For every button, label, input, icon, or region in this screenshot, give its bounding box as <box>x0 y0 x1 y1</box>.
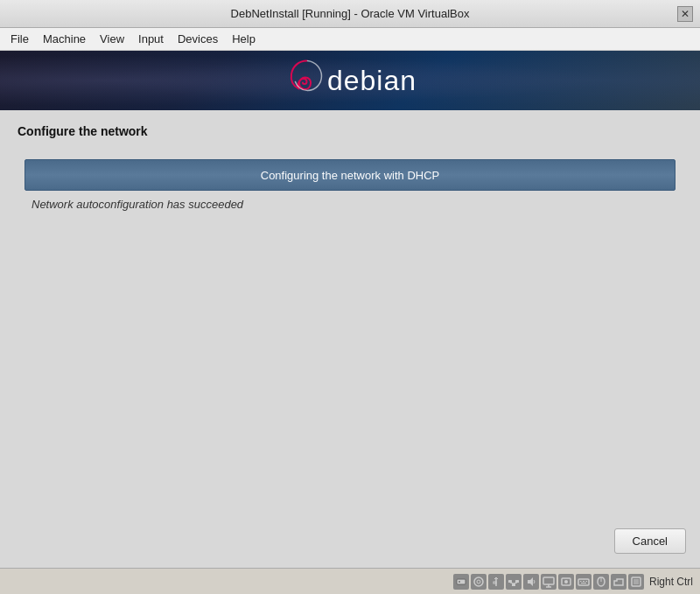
statusbar-icons <box>453 574 644 590</box>
svg-rect-6 <box>508 580 512 583</box>
svg-point-3 <box>477 580 480 584</box>
menubar: File Machine View Input Devices Help <box>0 28 700 51</box>
window-title: DebNetInstall [Running] - Oracle VM Virt… <box>23 7 677 20</box>
menu-input[interactable]: Input <box>131 30 171 48</box>
menu-help[interactable]: Help <box>225 30 262 48</box>
svg-rect-24 <box>634 579 639 584</box>
storage-icon <box>453 574 469 590</box>
debian-logo: debian <box>284 59 416 102</box>
menu-view[interactable]: View <box>93 30 131 48</box>
vm-icon <box>628 574 644 590</box>
svg-point-16 <box>564 580 568 584</box>
progress-container: Configuring the network with DHCP Networ… <box>24 159 676 211</box>
svg-rect-21 <box>581 583 586 584</box>
network-icon <box>506 574 522 590</box>
button-area: Cancel <box>614 528 686 554</box>
cancel-button[interactable]: Cancel <box>614 528 686 554</box>
svg-point-2 <box>474 577 483 586</box>
svg-rect-19 <box>583 581 584 582</box>
virtualbox-window: DebNetInstall [Running] - Oracle VM Virt… <box>0 0 700 594</box>
menu-file[interactable]: File <box>4 30 36 48</box>
keyboard-icon <box>576 574 592 590</box>
statusbar: Right Ctrl <box>0 568 700 594</box>
share-icon <box>611 574 626 590</box>
main-content: Configure the network Configuring the ne… <box>0 110 700 594</box>
menu-machine[interactable]: Machine <box>36 30 93 48</box>
debian-banner: debian <box>0 51 700 110</box>
debian-text: debian <box>327 65 416 97</box>
progress-label: Configuring the network with DHCP <box>261 169 439 182</box>
svg-rect-7 <box>512 584 515 586</box>
close-button[interactable]: ✕ <box>677 6 693 22</box>
status-text: Network autoconfiguration has succeeded <box>32 198 668 211</box>
audio-icon <box>523 574 539 590</box>
svg-rect-1 <box>458 581 460 583</box>
svg-rect-12 <box>543 577 554 584</box>
svg-line-9 <box>510 583 514 584</box>
usb-icon <box>488 574 504 590</box>
svg-rect-20 <box>585 581 587 582</box>
svg-rect-18 <box>580 581 582 582</box>
display-icon <box>541 574 556 590</box>
svg-marker-11 <box>528 577 533 586</box>
right-ctrl-label: Right Ctrl <box>649 576 693 588</box>
debian-swirl-icon <box>284 59 327 102</box>
capture-icon <box>558 574 574 590</box>
svg-rect-17 <box>578 579 589 585</box>
cd-icon <box>471 574 486 590</box>
mouse-icon <box>593 574 609 590</box>
menu-devices[interactable]: Devices <box>171 30 225 48</box>
svg-rect-0 <box>457 579 466 584</box>
progress-bar: Configuring the network with DHCP <box>24 159 676 191</box>
titlebar: DebNetInstall [Running] - Oracle VM Virt… <box>0 0 700 28</box>
svg-line-10 <box>514 583 517 584</box>
svg-rect-5 <box>494 582 496 584</box>
svg-rect-8 <box>515 580 519 583</box>
page-title: Configure the network <box>18 124 682 138</box>
